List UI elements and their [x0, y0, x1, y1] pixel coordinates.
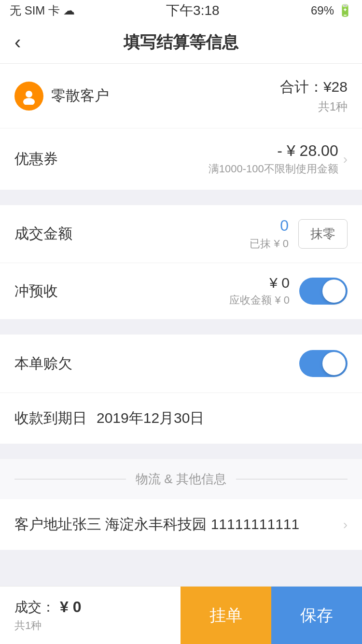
- customer-left: 零散客户: [14, 82, 109, 111]
- address-label: 客户地址: [14, 515, 72, 534]
- divider-3: [0, 451, 362, 459]
- status-right: 69% 🔋: [311, 4, 352, 17]
- coupon-desc: 满1000-100不限制使用金额: [209, 162, 338, 176]
- divider-1: [0, 197, 362, 205]
- status-left: 无 SIM 卡 ☁: [10, 3, 75, 18]
- coupon-arrow-icon: ›: [343, 152, 348, 167]
- deal-amount: ¥ 0: [60, 598, 81, 616]
- debt-label: 本单赊欠: [14, 354, 72, 374]
- bottom-summary: 成交： ¥ 0 共1种: [0, 598, 181, 633]
- due-date-row[interactable]: 收款到期日 2019年12月30日: [0, 392, 362, 444]
- transaction-right: 0 已抹 ¥ 0 抹零: [250, 217, 348, 251]
- prepay-amounts: ¥ 0 应收金额 ¥ 0: [229, 275, 290, 308]
- debt-toggle-knob: [322, 352, 346, 375]
- status-time: 下午3:18: [166, 1, 220, 20]
- bottom-bar: 成交： ¥ 0 共1种 挂单 保存: [0, 586, 362, 644]
- customer-avatar: [14, 82, 43, 111]
- debt-section: 本单赊欠 收款到期日 2019年12月30日: [0, 335, 362, 444]
- transaction-label: 成交金额: [14, 224, 72, 244]
- coupon-label: 优惠券: [14, 149, 58, 169]
- nav-bar: ‹ 填写结算等信息: [0, 21, 362, 64]
- customer-right: 合计：¥28 共1种: [280, 77, 348, 114]
- address-arrow-icon: ›: [343, 517, 348, 532]
- transaction-row: 成交金额 0 已抹 ¥ 0 抹零: [0, 205, 362, 263]
- address-value: 张三 海淀永丰科技园 11111111111: [72, 515, 343, 534]
- prepay-row: 冲预收 ¥ 0 应收金额 ¥ 0: [0, 263, 362, 319]
- deal-label: 成交：: [14, 598, 55, 616]
- coupon-discount: - ¥ 28.00: [209, 142, 338, 160]
- total-amount: 合计：¥28: [280, 77, 348, 97]
- customer-section: 零散客户 合计：¥28 共1种 优惠券 - ¥ 28.00 满1000-100不…: [0, 64, 362, 190]
- back-button[interactable]: ‹: [14, 31, 21, 53]
- customer-row: 零散客户 合计：¥28 共1种: [0, 64, 362, 128]
- coupon-info: - ¥ 28.00 满1000-100不限制使用金额: [209, 142, 338, 176]
- customer-name: 零散客户: [51, 86, 109, 106]
- debt-toggle[interactable]: [299, 350, 348, 377]
- due-date-label: 收款到期日: [14, 408, 87, 428]
- prepay-amount: ¥ 0: [229, 275, 290, 291]
- prepay-sub: 应收金额 ¥ 0: [229, 293, 290, 308]
- svg-point-1: [23, 98, 35, 105]
- sim-status: 无 SIM 卡 ☁: [10, 3, 75, 18]
- prepay-right: ¥ 0 应收金额 ¥ 0: [229, 275, 348, 308]
- svg-point-0: [26, 91, 32, 98]
- transaction-value[interactable]: 0: [250, 217, 289, 235]
- save-button[interactable]: 保存: [271, 587, 362, 644]
- divider-line-right: [236, 479, 348, 479]
- divider-line-left: [14, 479, 126, 479]
- bottom-deal: 成交： ¥ 0: [14, 598, 166, 616]
- bottom-count: 共1种: [14, 618, 166, 633]
- due-date-value: 2019年12月30日: [97, 408, 204, 428]
- prepay-toggle[interactable]: [299, 278, 348, 305]
- status-bar: 无 SIM 卡 ☁ 下午3:18 69% 🔋: [0, 0, 362, 21]
- round-zero-button[interactable]: 抹零: [298, 219, 348, 249]
- logistics-title: 物流 & 其他信息: [126, 471, 236, 488]
- debt-row: 本单赊欠: [0, 335, 362, 392]
- prepay-label: 冲预收: [14, 281, 58, 301]
- page-title: 填写结算等信息: [124, 31, 238, 54]
- transaction-section: 成交金额 0 已抹 ¥ 0 抹零 冲预收 ¥ 0 应收金额 ¥ 0: [0, 205, 362, 319]
- transaction-sub: 已抹 ¥ 0: [250, 237, 289, 251]
- transaction-amount-area: 0 已抹 ¥ 0: [250, 217, 289, 251]
- address-row[interactable]: 客户地址 张三 海淀永丰科技园 11111111111 ›: [0, 499, 362, 550]
- divider-2: [0, 327, 362, 335]
- battery-status: 69%: [311, 4, 334, 17]
- toggle-knob: [322, 280, 346, 303]
- battery-icon: 🔋: [338, 4, 352, 17]
- coupon-right: - ¥ 28.00 满1000-100不限制使用金额 ›: [209, 142, 348, 176]
- coupon-row[interactable]: 优惠券 - ¥ 28.00 满1000-100不限制使用金额 ›: [0, 128, 362, 190]
- logistics-section: 物流 & 其他信息 客户地址 张三 海淀永丰科技园 11111111111 ›: [0, 459, 362, 550]
- pending-button[interactable]: 挂单: [181, 587, 271, 644]
- logistics-header: 物流 & 其他信息: [0, 459, 362, 499]
- total-count: 共1种: [280, 99, 348, 114]
